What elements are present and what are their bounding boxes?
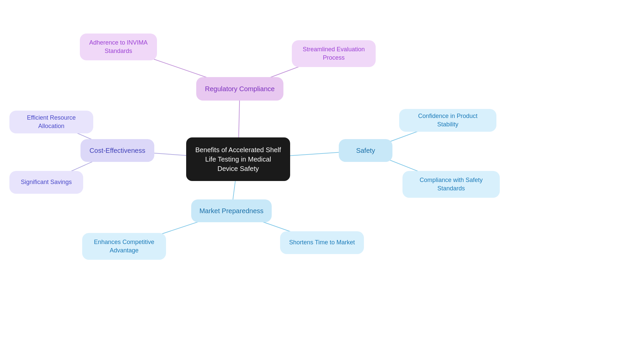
shortens-time-node: Shortens Time to Market [280,231,364,254]
mindmap-container: Benefits of Accelerated Shelf Life Testi… [0,0,644,363]
streamlined-eval-node: Streamlined Evaluation Process [292,40,376,67]
regulatory-compliance-node: Regulatory Compliance [196,77,283,101]
confidence-stability-node: Confidence in Product Stability [399,109,496,132]
adherence-invima-node: Adherence to INVIMA Standards [80,34,157,60]
efficient-resource-node: Efficient Resource Allocation [9,111,93,133]
significant-savings-node: Significant Savings [9,171,83,194]
safety-node: Safety [339,139,392,162]
compliance-safety-node: Compliance with Safety Standards [402,171,500,198]
enhances-competitive-node: Enhances Competitive Advantage [82,233,166,260]
market-preparedness-node: Market Preparedness [191,199,272,222]
cost-effectiveness-node: Cost-Effectiveness [80,139,154,162]
center-node: Benefits of Accelerated Shelf Life Testi… [186,137,290,181]
